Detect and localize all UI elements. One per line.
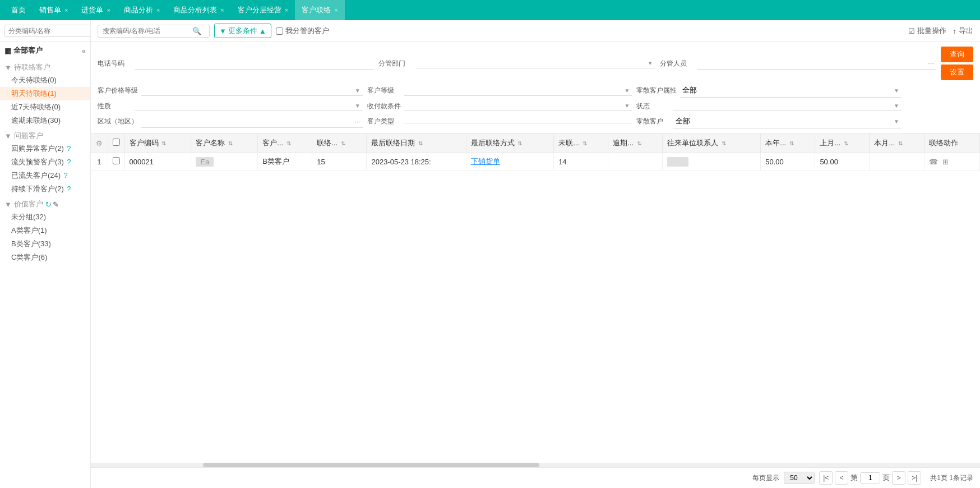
my-customer-checkbox-label[interactable]: 我分管的客户 <box>276 26 329 36</box>
toolbar-search-input[interactable] <box>103 27 192 35</box>
more-filters-button[interactable]: ▼ 更多条件 ▲ <box>214 24 271 38</box>
close-icon[interactable]: × <box>107 7 110 13</box>
sort-icon[interactable]: ⇅ <box>844 140 848 146</box>
sort-icon[interactable]: ⇅ <box>228 140 233 146</box>
th-overdue[interactable]: 逾期... ⇅ <box>608 133 663 153</box>
retail-attr-select[interactable]: 全部▼ <box>680 84 902 98</box>
query-button[interactable]: 查询 <box>941 47 973 62</box>
sidebar-item-a-class[interactable]: A类客户(1) <box>0 224 90 237</box>
price-level-select[interactable]: ▼ <box>141 86 363 96</box>
th-customer-name[interactable]: 客户名称 ⇅ <box>191 133 258 153</box>
next-page-button[interactable]: > <box>892 471 905 485</box>
td-last-contact-method: 下销货单 <box>466 153 553 171</box>
close-icon[interactable]: × <box>220 7 224 13</box>
page-size-select[interactable]: 50 20 100 <box>784 472 815 484</box>
page-number-input[interactable] <box>860 472 880 484</box>
close-icon[interactable]: × <box>334 7 338 13</box>
person-select[interactable]: ··· <box>697 57 936 70</box>
phone-input[interactable] <box>135 58 374 70</box>
th-this-month[interactable]: 本月... ⇅ <box>870 133 924 153</box>
td-this-month <box>870 153 924 171</box>
sort-icon[interactable]: ⇅ <box>286 140 291 146</box>
action-phone-icon[interactable]: ☎ <box>929 158 938 166</box>
th-uncontacted[interactable]: 未联... ⇅ <box>554 133 608 153</box>
sidebar-item-b-class[interactable]: B类客户(33) <box>0 237 90 251</box>
customer-type-select[interactable] <box>404 119 632 123</box>
sidebar-item-today[interactable]: 今天待联络(0) <box>0 73 90 87</box>
sort-icon[interactable]: ⇅ <box>341 140 345 146</box>
horizontal-scrollbar[interactable] <box>91 463 980 467</box>
th-this-year[interactable]: 本年... ⇅ <box>761 133 815 153</box>
status-select[interactable]: ▼ <box>673 101 902 111</box>
collapse-icon[interactable]: « <box>82 47 86 55</box>
sort-icon[interactable]: ⇅ <box>789 140 794 146</box>
nav-home[interactable]: 首页 <box>4 0 33 20</box>
toolbar-search-box[interactable]: 🔍 <box>98 25 210 38</box>
prev-page-button[interactable]: < <box>835 471 848 485</box>
phone-label: 电话号码 <box>98 59 131 68</box>
payment-select[interactable]: ▼ <box>404 101 632 111</box>
th-last-contact-date[interactable]: 最后联络日期 ⇅ <box>367 133 466 153</box>
sidebar-item-churn-warning[interactable]: 流失预警客户(3) ? <box>0 155 90 169</box>
sort-icon[interactable]: ⇅ <box>637 140 641 146</box>
toolbar-right-actions: ☑ 批量操作 ↑ 导出 <box>908 26 974 36</box>
select-all-checkbox[interactable] <box>113 139 120 146</box>
sidebar-item-churned[interactable]: 已流失客户(24) ? <box>0 169 90 182</box>
row-checkbox[interactable] <box>113 157 120 164</box>
sidebar-search-input[interactable] <box>4 25 91 37</box>
sort-icon[interactable]: ⇅ <box>418 140 423 146</box>
nature-select[interactable]: ▼ <box>135 101 363 111</box>
scrollbar-thumb[interactable] <box>203 463 539 467</box>
first-page-button[interactable]: |< <box>819 471 833 485</box>
all-customers-header[interactable]: ▦ 全部客户 « <box>0 42 90 59</box>
th-customer-code[interactable]: 客户编码 ⇅ <box>124 133 191 153</box>
close-icon[interactable]: × <box>285 7 288 13</box>
sort-icon[interactable]: ⇅ <box>898 140 903 146</box>
last-contact-method-link[interactable]: 下销货单 <box>471 157 500 165</box>
dept-select[interactable]: ▼ <box>415 58 655 68</box>
my-customer-checkbox[interactable] <box>276 27 283 35</box>
sidebar-item-declining[interactable]: 持续下滑客户(2) ? <box>0 182 90 196</box>
sidebar-search-area: 🔍 <box>0 20 90 42</box>
nav-purchase[interactable]: 进货单 × <box>75 0 117 20</box>
sort-icon[interactable]: ⇅ <box>722 140 726 146</box>
gear-icon[interactable]: ⚙ <box>96 139 103 148</box>
customer-level-select[interactable]: ▼ <box>404 86 632 96</box>
region-select[interactable]: ··· <box>141 116 363 128</box>
sidebar-item-repurchase-abnormal[interactable]: 回购异常客户(2) ? <box>0 142 90 155</box>
th-customer-type[interactable]: 客户... ⇅ <box>258 133 312 153</box>
nav-product-analysis[interactable]: 商品分析 × <box>117 0 167 20</box>
nav-customer-tier[interactable]: 客户分层经营 × <box>231 0 295 20</box>
th-contacts[interactable]: 往来单位联系人 ⇅ <box>663 133 761 153</box>
close-icon[interactable]: × <box>64 7 68 13</box>
td-last-month: 50.00 <box>815 153 870 171</box>
table-container: ⚙ 客户编码 ⇅ 客户名称 ⇅ <box>91 133 980 463</box>
batch-operation-button[interactable]: ☑ 批量操作 <box>908 26 946 36</box>
action-more-icon[interactable]: ⊞ <box>942 158 949 166</box>
sort-icon[interactable]: ⇅ <box>583 140 587 146</box>
person-label: 分管人员 <box>660 59 694 68</box>
sidebar-item-ungrouped[interactable]: 未分组(32) <box>0 210 90 224</box>
th-contact-count[interactable]: 联络... ⇅ <box>312 133 367 153</box>
nav-product-analysis-list[interactable]: 商品分析列表 × <box>167 0 230 20</box>
sidebar-item-c-class[interactable]: C类客户(6) <box>0 251 90 264</box>
nav-customer-contact[interactable]: 客户联络 × <box>295 0 344 20</box>
filter-region: 区域（地区） ··· <box>98 116 363 128</box>
last-page-button[interactable]: >| <box>908 471 921 485</box>
sidebar-item-overdue[interactable]: 逾期未联络(30) <box>0 114 90 127</box>
search-icon[interactable]: 🔍 <box>192 27 201 35</box>
th-last-contact-method[interactable]: 最后联络方式 ⇅ <box>466 133 553 153</box>
sidebar-item-tomorrow[interactable]: 明天待联络(1) <box>0 87 90 100</box>
status-label: 状态 <box>636 102 670 111</box>
settings-button[interactable]: 设置 <box>941 65 973 80</box>
td-checkbox[interactable] <box>108 153 124 171</box>
th-last-month[interactable]: 上月... ⇅ <box>815 133 870 153</box>
close-icon[interactable]: × <box>156 7 160 13</box>
sort-icon[interactable]: ⇅ <box>161 140 166 146</box>
th-checkbox[interactable] <box>108 133 124 153</box>
export-button[interactable]: ↑ 导出 <box>953 26 974 36</box>
sort-icon[interactable]: ⇅ <box>517 140 522 146</box>
retail-customer-select[interactable]: 全部▼ <box>673 114 902 128</box>
sidebar-item-7days[interactable]: 近7天待联络(0) <box>0 100 90 114</box>
nav-sales[interactable]: 销售单 × <box>33 0 75 20</box>
